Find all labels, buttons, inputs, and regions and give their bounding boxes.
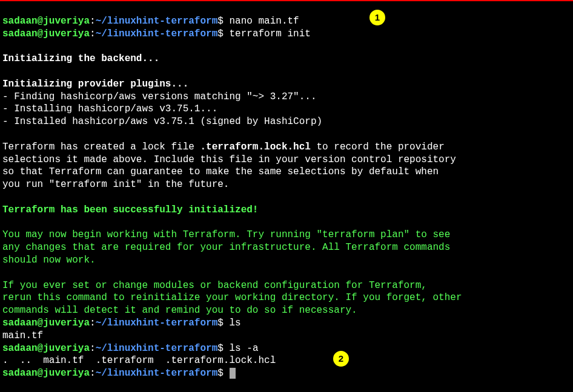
prompt-path: ~/linuxhint-terraform [96, 28, 218, 39]
output-init-backend: Initializing the backend... [2, 53, 159, 64]
command-nano: nano main.tf [224, 16, 299, 27]
output-success: Terraform has been successfully initiali… [2, 204, 258, 215]
prompt-colon: : [90, 28, 96, 39]
prompt-path: ~/linuxhint-terraform [96, 343, 218, 354]
prompt-path: ~/linuxhint-terraform [96, 318, 218, 328]
command-init: terraform init [224, 28, 311, 39]
prompt-user: sadaan@juveriya [2, 368, 90, 379]
output-plan-line1: You may now begin working with Terraform… [2, 229, 450, 240]
prompt-sigil: $ [217, 318, 224, 328]
terminal-window[interactable]: sadaan@juveriya:~/linuxhint-terraform$ n… [0, 0, 573, 381]
prompt-sigil: $ [217, 16, 224, 27]
output-init-plugins: Initializing provider plugins... [2, 79, 188, 90]
prompt-sigil: $ [217, 343, 224, 354]
prompt-colon: : [90, 368, 96, 379]
output-plan-line2: any changes that are required for your i… [2, 242, 450, 253]
output-lockfile: Terraform has created a lock file .terra… [2, 142, 445, 152]
command-ls: ls [224, 318, 241, 328]
output-warn-line2: rerun this command to reinitialize your … [2, 292, 462, 303]
prompt-user: sadaan@juveriya [2, 16, 90, 27]
output-installed: - Installed hashicorp/aws v3.75.1 (signe… [2, 116, 322, 127]
prompt-user: sadaan@juveriya [2, 343, 90, 354]
command-ls-a: ls -a [224, 343, 259, 354]
annotation-badge-1: 1 [368, 8, 386, 27]
prompt-sigil: $ [217, 368, 224, 379]
prompt-colon: : [90, 318, 96, 328]
output-plan-line3: should now work. [2, 255, 96, 266]
output-warn-line3: commands will detect it and remind you t… [2, 305, 357, 316]
output-lock-line4: you run "terraform init" in the future. [2, 179, 229, 190]
output-lock-line3: so that Terraform can guarantee to make … [2, 166, 439, 177]
prompt-colon: : [90, 16, 96, 27]
output-ls: main.tf [2, 330, 43, 341]
cursor-icon [230, 368, 236, 379]
output-ls-a: . .. main.tf .terraform .terraform.lock.… [2, 355, 276, 366]
prompt-path: ~/linuxhint-terraform [96, 16, 218, 27]
annotation-badge-2: 2 [332, 350, 350, 368]
output-lock-line2: selections it made above. Include this f… [2, 154, 456, 165]
prompt-colon: : [90, 343, 96, 354]
output-warn-line1: If you ever set or change modules or bac… [2, 280, 427, 291]
prompt-user: sadaan@juveriya [2, 318, 90, 328]
prompt-user: sadaan@juveriya [2, 28, 90, 39]
prompt-sigil: $ [217, 28, 224, 39]
output-finding: - Finding hashicorp/aws versions matchin… [2, 91, 316, 102]
output-installing: - Installing hashicorp/aws v3.75.1... [2, 103, 217, 114]
prompt-path: ~/linuxhint-terraform [96, 368, 218, 379]
